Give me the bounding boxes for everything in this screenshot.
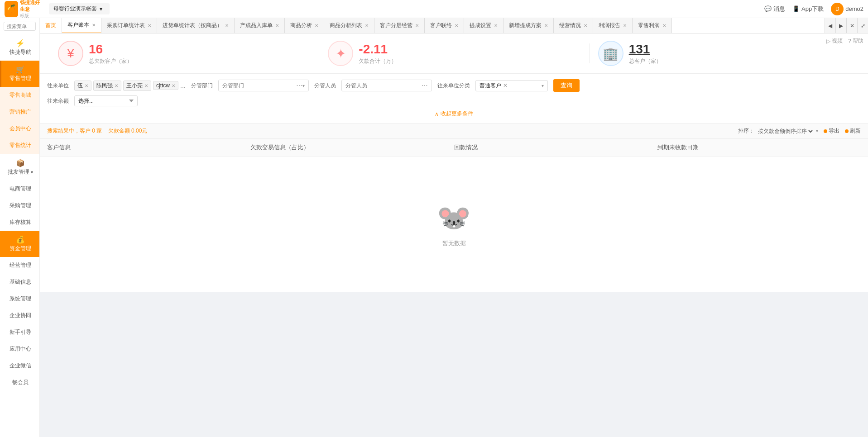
user-menu[interactable]: D demo2 — [831, 3, 863, 15]
stat-value-overdue: 16 — [89, 42, 310, 57]
tab-cost[interactable]: 产成品入库单 ✕ — [235, 18, 285, 33]
export-button[interactable]: 导出 — [824, 127, 839, 135]
sort-select[interactable]: 按欠款金额倒序排序 — [756, 128, 814, 135]
store-selector[interactable]: 母婴行业演示帐套 ▾ — [49, 3, 110, 14]
sidebar-item-newcomer[interactable]: 新手引导 — [0, 324, 39, 341]
sidebar-item-batch-mgmt[interactable]: 📦 批发管理 ▾ — [0, 154, 39, 180]
main-area: ⚡ 快捷导航 🛒 零售管理 零售商城 营销推广 会员中心 零售统计 📦 — [0, 18, 868, 437]
tab-close-product[interactable]: ✕ — [315, 23, 318, 28]
person-more-icon[interactable]: ··· — [422, 81, 427, 90]
dept-chevron-icon: ▾ — [302, 83, 305, 88]
tabs-prev-button[interactable]: ◀ — [825, 18, 835, 33]
app-container: 🍊 畅捷通好生意 标版 母婴行业演示帐套 ▾ 💬 消息 📱 App下载 D de… — [0, 0, 868, 437]
sidebar-item-ecommerce[interactable]: 电商管理 — [0, 180, 39, 197]
more-tags-button[interactable]: ... — [180, 82, 186, 89]
sidebar-item-basics[interactable]: 基础信息 — [0, 274, 39, 290]
category-input-wrap: 普通客户 ✕ ▾ — [475, 80, 548, 91]
sidebar-search-area — [0, 18, 39, 34]
tab-customer-tier[interactable]: 客户分层经营 ✕ — [374, 18, 425, 33]
tabs-next-button[interactable]: ▶ — [835, 18, 846, 33]
sidebar-item-app-center[interactable]: 应用中心 — [0, 341, 39, 357]
tabs-bar: 首页 客户账本 ✕ 采购订单统计表 ✕ 进货单统计表（按商品） ✕ 产成品入库单… — [40, 18, 868, 33]
stat-label-total: 总客户（家） — [629, 57, 850, 65]
remove-tag-wu[interactable]: ✕ — [85, 83, 88, 88]
help-icon: ? — [848, 38, 851, 44]
sidebar-item-retail-mall[interactable]: 零售商城 — [0, 87, 39, 104]
refresh-dot — [845, 129, 849, 133]
avatar: D — [831, 3, 844, 15]
message-button[interactable]: 💬 消息 — [764, 5, 785, 13]
sort-select-wrap: 排序： 按欠款金额倒序排序 ▾ — [738, 127, 818, 135]
stats-row: ¥ 16 总欠款客户（家） ✦ -2.11 欠款合计（万） — [40, 33, 868, 74]
remove-category-tag[interactable]: ✕ — [503, 82, 508, 89]
tab-close-retail[interactable]: ✕ — [662, 23, 666, 28]
query-button[interactable]: 查询 — [553, 79, 580, 92]
sidebar-item-vip[interactable]: 畅会员 — [0, 374, 39, 391]
message-icon: 💬 — [764, 5, 772, 12]
tab-close-business[interactable]: ✕ — [584, 23, 587, 28]
tab-close-customers[interactable]: ✕ — [92, 23, 96, 28]
dept-input[interactable] — [222, 82, 297, 89]
tabs-fullscreen-button[interactable]: ⤢ — [857, 18, 868, 33]
remove-tag-chen[interactable]: ✕ — [115, 83, 118, 88]
remove-tag-cjttcw[interactable]: ✕ — [172, 83, 175, 88]
tabs-nav-buttons: ◀ ▶ ✕ ⤢ — [825, 18, 868, 33]
table-header: 客户信息 欠款交易信息（占比） 回款情况 到期未收款日期 — [40, 139, 868, 157]
sidebar-item-operations[interactable]: 经营管理 — [0, 257, 39, 274]
sidebar-item-purchase[interactable]: 采购管理 — [0, 197, 39, 214]
logo-icon: 🍊 — [5, 1, 18, 17]
tab-close-new-promo[interactable]: ✕ — [544, 23, 548, 28]
stat-info-total: 131 总客户（家） — [629, 42, 850, 66]
result-bar: 搜索结果中，客户 0 家 欠款金额 0.00元 排序： 按欠款金额倒序排序 — [40, 124, 868, 139]
tab-product-analysis[interactable]: 商品分析 ✕ — [285, 18, 324, 33]
chevron-down-icon: ▾ — [100, 6, 102, 12]
app-download-button[interactable]: 📱 App下载 — [792, 5, 824, 13]
tab-retail-profit[interactable]: 零售利润 ✕ — [633, 18, 672, 33]
tab-promotion[interactable]: 提成设置 ✕ — [464, 18, 504, 33]
sidebar-item-enterprise-wechat[interactable]: 企业微信 — [0, 357, 39, 374]
tab-home[interactable]: 首页 — [40, 18, 62, 33]
tab-customers[interactable]: 客户账本 ✕ — [62, 18, 101, 33]
sidebar-item-finance[interactable]: 💰 资金管理 — [0, 231, 39, 257]
stat-help-buttons: ▷ 视频 ? 帮助 — [826, 37, 863, 45]
tab-business[interactable]: 经营情况 ✕ — [554, 18, 593, 33]
tab-new-promotion[interactable]: 新增提成方案 ✕ — [504, 18, 554, 33]
sidebar-item-enterprise[interactable]: 企业协同 — [0, 307, 39, 324]
sidebar-item-retail-stats[interactable]: 零售统计 — [0, 137, 39, 154]
quick-nav-icon: ⚡ — [3, 39, 38, 48]
tab-contact[interactable]: 客户联络 ✕ — [425, 18, 464, 33]
tab-close-purchase[interactable]: ✕ — [148, 23, 151, 28]
filter-tag-wu: 伍 ✕ — [74, 81, 91, 91]
dept-more-icon[interactable]: ··· — [296, 81, 302, 90]
video-help-button[interactable]: ▷ 视频 — [826, 37, 843, 45]
sidebar-item-marketing[interactable]: 营销推广 — [0, 104, 39, 120]
col-due-date: 到期未收款日期 — [657, 143, 861, 152]
sidebar-item-retail-mgmt[interactable]: 🛒 零售管理 — [0, 61, 39, 87]
tab-close-promotion[interactable]: ✕ — [494, 23, 498, 28]
remove-tag-wang[interactable]: ✕ — [144, 83, 148, 88]
sidebar-item-inventory[interactable]: 库存核算 — [0, 214, 39, 231]
balance-select[interactable]: 选择... — [74, 95, 138, 106]
sidebar-search-input[interactable] — [4, 22, 36, 31]
sidebar-item-member[interactable]: 会员中心 — [0, 120, 39, 137]
col-overdue-info: 欠款交易信息（占比） — [250, 143, 454, 152]
sidebar-item-quick-nav[interactable]: ⚡ 快捷导航 — [0, 34, 39, 61]
tab-incoming[interactable]: 进货单统计表（按商品） ✕ — [157, 18, 235, 33]
tab-purchase-orders[interactable]: 采购订单统计表 ✕ — [101, 18, 157, 33]
person-input[interactable] — [345, 82, 422, 89]
tab-close-incoming[interactable]: ✕ — [225, 23, 229, 28]
tab-close-cost[interactable]: ✕ — [275, 23, 279, 28]
tab-close-product-list[interactable]: ✕ — [365, 23, 369, 28]
tab-close-tier[interactable]: ✕ — [415, 23, 419, 28]
sidebar-item-system[interactable]: 系统管理 — [0, 290, 39, 307]
refresh-button[interactable]: 刷新 — [845, 127, 861, 135]
tab-profit[interactable]: 利润报告 ✕ — [593, 18, 633, 33]
filter-row-2: 往来余额 选择... — [47, 95, 861, 106]
tabs-close-all-button[interactable]: ✕ — [846, 18, 857, 33]
tab-product-list[interactable]: 商品分析列表 ✕ — [324, 18, 374, 33]
tab-close-profit[interactable]: ✕ — [623, 23, 627, 28]
collapse-filter-button[interactable]: ∧ 收起更多条件 — [47, 110, 861, 118]
stat-overdue-customers: ¥ 16 总欠款客户（家） — [49, 41, 319, 66]
tab-close-contact[interactable]: ✕ — [455, 23, 458, 28]
help-button[interactable]: ? 帮助 — [848, 37, 863, 45]
